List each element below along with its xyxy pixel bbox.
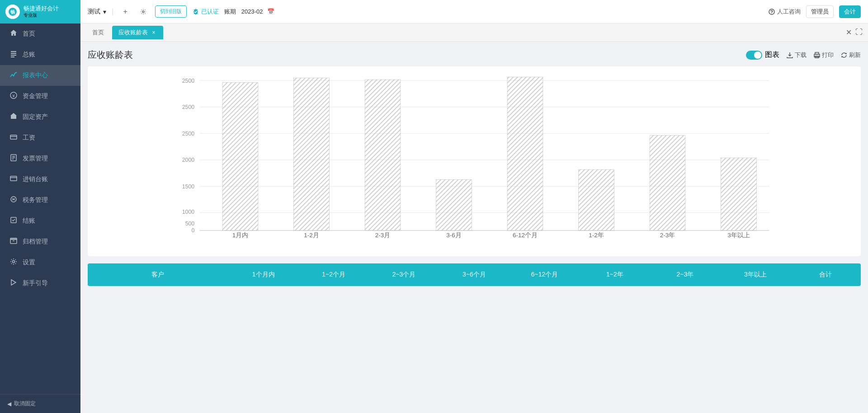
sidebar-item-archive[interactable]: 归档管理 — [0, 231, 80, 252]
bar-2-3-year — [650, 136, 685, 230]
bar-1-month — [222, 83, 258, 230]
col-header-1month: 1个月内 — [228, 263, 298, 286]
home-icon — [9, 29, 18, 38]
col-header-total: 合计 — [791, 263, 861, 286]
svg-text:3-6月: 3-6月 — [446, 232, 462, 238]
add-button[interactable]: + — [119, 5, 132, 18]
svg-rect-16 — [10, 176, 17, 181]
sidebar-item-reports[interactable]: 报表中心 — [0, 65, 80, 86]
verified-badge: 已认证 — [192, 8, 219, 16]
col-header-customer: 客户 — [88, 263, 228, 286]
sidebar-item-ledger[interactable]: 总账 — [0, 44, 80, 65]
svg-rect-5 — [11, 56, 14, 57]
calendar-icon: 📅 — [267, 8, 274, 15]
refresh-btn[interactable]: 刷新 — [841, 51, 861, 59]
svg-text:2500: 2500 — [182, 131, 195, 137]
col-header-3-6month: 3~6个月 — [439, 263, 509, 286]
archive-icon — [9, 237, 18, 246]
sidebar-item-home[interactable]: 首页 — [0, 23, 80, 44]
service-btn[interactable]: 人工咨询 — [768, 8, 801, 16]
close-tab-icon[interactable]: ✕ — [846, 28, 852, 37]
cancel-fixed-btn[interactable]: ◀ 取消固定 — [0, 394, 80, 413]
svg-text:畅: 畅 — [10, 9, 15, 14]
admin-btn[interactable]: 管理员 — [806, 5, 834, 18]
chart-toggle-label: 图表 — [765, 50, 779, 60]
chart-toggle[interactable] — [746, 51, 762, 60]
sidebar-item-sales[interactable]: 进销台账 — [0, 169, 80, 190]
svg-point-29 — [771, 13, 772, 14]
sidebar-item-payroll[interactable]: 工资 — [0, 127, 80, 148]
sidebar-item-invoice[interactable]: 发票管理 — [0, 148, 80, 169]
ledger-icon — [9, 50, 18, 59]
svg-point-27 — [142, 11, 144, 13]
svg-text:1500: 1500 — [182, 183, 195, 190]
chart-inner: 2500 2500 2500 2000 1500 1000 500 0 — [97, 75, 852, 238]
svg-text:1-2月: 1-2月 — [304, 232, 319, 238]
sidebar-item-guide[interactable]: 新手引导 — [0, 273, 80, 294]
sales-icon — [9, 175, 18, 184]
accountant-btn[interactable]: 会计 — [839, 5, 861, 18]
logo-text: 畅捷通好会计 专业版 — [24, 5, 59, 19]
sidebar-item-close[interactable]: 结账 — [0, 211, 80, 231]
sidebar-item-tax[interactable]: 税务管理 — [0, 190, 80, 211]
bar-3-6-month — [436, 180, 472, 231]
topbar: 测试 ▾ | + 切到旧版 已认证 账期 2023-02 📅 人工咨询 管理员 — [80, 0, 868, 23]
col-header-1-2month: 1~2个月 — [298, 263, 368, 286]
col-header-6-12month: 6~12个月 — [509, 263, 580, 286]
svg-text:500: 500 — [185, 221, 195, 227]
download-btn[interactable]: 下载 — [787, 51, 807, 59]
bar-chart: 2500 2500 2500 2000 1500 1000 500 0 — [97, 75, 852, 238]
pin-icon: ◀ — [7, 401, 11, 407]
content-area: 应收账龄表 图表 下载 打印 — [80, 42, 868, 413]
col-header-3plus-year: 3年以上 — [720, 263, 790, 286]
svg-marker-26 — [11, 280, 16, 285]
sidebar-item-settings[interactable]: 设置 — [0, 252, 80, 273]
tabs-bar: 首页 应收账龄表 × ✕ ⛶ — [80, 23, 868, 42]
switch-old-version-btn[interactable]: 切到旧版 — [155, 5, 187, 18]
sidebar: 畅 畅捷通好会计 专业版 首页 总账 报表中心 ¥ — [0, 0, 80, 413]
svg-rect-10 — [10, 135, 17, 139]
chart-toggle-wrap: 图表 — [746, 50, 779, 60]
settings-button[interactable] — [137, 5, 150, 18]
svg-point-25 — [13, 261, 15, 263]
svg-text:1月内: 1月内 — [232, 232, 249, 238]
period-display: 账期 2023-02 📅 — [224, 8, 274, 16]
report-actions: 图表 下载 打印 刷新 — [746, 50, 861, 60]
report-header: 应收账龄表 图表 下载 打印 — [88, 49, 861, 61]
sidebar-nav: 首页 总账 报表中心 ¥ 资金管理 固定资产 — [0, 23, 80, 394]
table-header: 客户 1个月内 1~2个月 2~3个月 3~6个月 6~12个月 1~2年 2~… — [88, 263, 861, 286]
settings-icon — [9, 258, 18, 267]
page-content: 应收账龄表 图表 下载 打印 — [80, 42, 868, 413]
funds-icon: ¥ — [9, 92, 18, 101]
svg-text:6-12个月: 6-12个月 — [513, 232, 538, 238]
col-header-2-3month: 2~3个月 — [369, 263, 439, 286]
svg-rect-3 — [11, 53, 16, 54]
svg-text:2-3月: 2-3月 — [375, 232, 391, 238]
bar-1-2-year — [579, 169, 614, 230]
reports-icon — [9, 71, 18, 80]
report-title: 应收账龄表 — [88, 49, 133, 61]
svg-rect-2 — [11, 51, 16, 52]
project-selector[interactable]: 测试 ▾ — [88, 8, 106, 16]
sidebar-item-funds[interactable]: ¥ 资金管理 — [0, 86, 80, 107]
col-header-1-2year: 1~2年 — [580, 263, 650, 286]
svg-text:¥: ¥ — [12, 94, 15, 98]
svg-rect-8 — [11, 116, 16, 119]
sidebar-item-assets[interactable]: 固定资产 — [0, 107, 80, 127]
tax-icon — [9, 196, 18, 205]
tab-accounts-aging[interactable]: 应收账龄表 × — [112, 26, 163, 39]
tab-home[interactable]: 首页 — [86, 26, 110, 39]
svg-marker-9 — [10, 113, 17, 116]
col-header-2-3year: 2~3年 — [650, 263, 720, 286]
bar-1-2-month — [294, 78, 330, 231]
print-btn[interactable]: 打印 — [814, 51, 834, 59]
fullscreen-icon[interactable]: ⛶ — [855, 28, 863, 37]
svg-text:2500: 2500 — [182, 78, 195, 84]
close-books-icon — [9, 216, 18, 225]
bar-2-3-month — [365, 80, 401, 230]
guide-icon — [9, 279, 18, 288]
invoice-icon — [9, 154, 18, 163]
tab-close-btn[interactable]: × — [151, 29, 157, 36]
payroll-icon — [9, 133, 18, 142]
svg-text:0: 0 — [191, 227, 194, 234]
